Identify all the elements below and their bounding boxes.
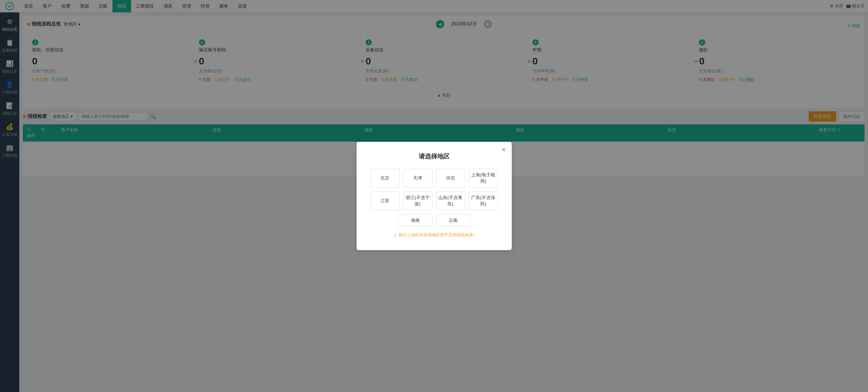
region-grid-row2: 江苏 浙江(不含宁波) 山东(不含青岛) 广东(不含深圳) [370,192,498,210]
region-btn-yunnan[interactable]: 云南 [436,214,470,227]
region-btn-zhejiang[interactable]: 浙江(不含宁波) [403,192,432,210]
region-btn-tianjin[interactable]: 天津 [403,169,432,187]
region-grid-row1: 北京 天津 河北 上海(电子税局) [370,169,498,187]
modal-warning: ⚠ 除以上地区外其他地区暂不支持报税检查! [370,232,498,238]
modal-close-btn[interactable]: ✕ [501,146,506,154]
region-btn-guangdong[interactable]: 广东(不含深圳) [469,192,498,210]
main-content: ■ 报税流程总览 全地区 ▾ ◀ 2023年02月 ▶ ↻ 刷新 [19,12,868,392]
region-btn-hebei[interactable]: 河北 [436,169,465,187]
warning-icon: ⚠ [393,233,397,238]
region-btn-beijing[interactable]: 北京 [370,169,400,187]
modal-overlay[interactable]: ✕ 请选择地区 北京 天津 河北 上海(电子税局) 江苏 浙江(不含宁波) 山东… [19,12,868,392]
region-select-modal: ✕ 请选择地区 北京 天津 河北 上海(电子税局) 江苏 浙江(不含宁波) 山东… [357,142,512,250]
region-btn-shandong[interactable]: 山东(不含青岛) [436,192,465,210]
modal-title: 请选择地区 [370,152,498,161]
region-btn-jiangsu[interactable]: 江苏 [370,192,400,210]
region-btn-hainan[interactable]: 海南 [398,214,432,227]
main-layout: ⚙ 报税设置 📋 批量报税 📊 报税总览 👤 个税申报 📝 报税记录 💰 汇算清… [0,12,868,392]
region-grid-row3: 海南 云南 [370,214,498,227]
region-btn-shanghai[interactable]: 上海(电子税局) [469,169,498,187]
